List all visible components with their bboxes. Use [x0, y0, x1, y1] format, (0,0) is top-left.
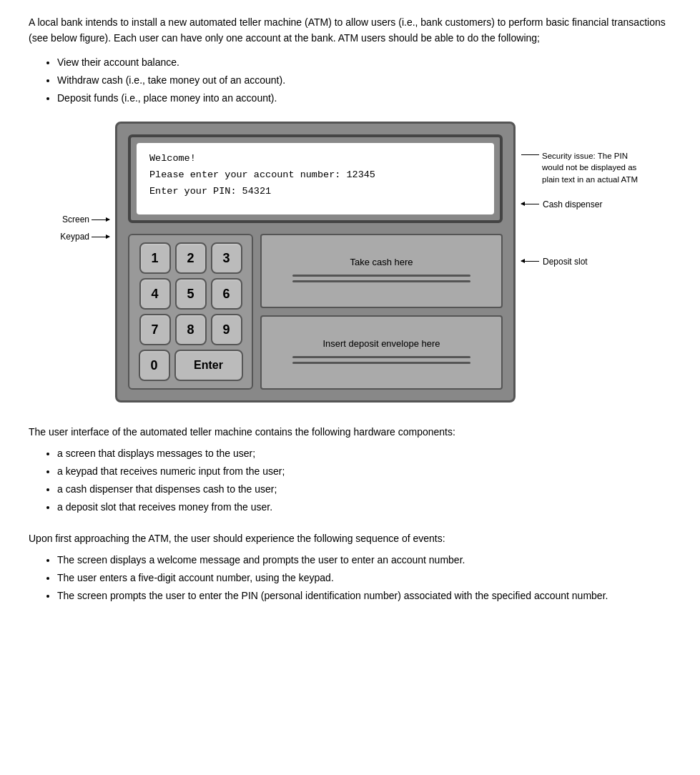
key-2[interactable]: 2 [175, 242, 207, 274]
atm-machine: Welcome! Please enter your account numbe… [115, 122, 516, 403]
screen-label-text: Screen [62, 214, 89, 224]
cash-dispenser-label-text: Cash dispenser [543, 199, 602, 209]
bullet-view-balance: View their account balance. [57, 54, 671, 71]
cash-dispenser-arrow [521, 204, 539, 204]
diagram-right-labels: Security issue: The PIN would not be dis… [516, 122, 642, 266]
keypad-label: Keypad [60, 232, 109, 242]
hw-bullet-deposit: a deposit slot that receives money from … [57, 498, 671, 516]
seq-bullet-welcome: The screen displays a welcome message an… [57, 551, 671, 569]
seq-bullet-pin: The screen prompts the user to enter the… [57, 587, 671, 605]
deposit-slot-line-2 [292, 362, 470, 364]
atm-slots: Take cash here Insert deposit envelope h… [260, 234, 503, 390]
screen-line-account: Please enter your account number: 12345 [149, 169, 481, 180]
screen-label: Screen [62, 214, 109, 224]
key-enter[interactable]: Enter [174, 350, 243, 381]
keypad-row-1: 1 2 3 [137, 242, 245, 274]
keypad-arrow [92, 237, 109, 237]
deposit-slot-line-1 [292, 356, 470, 358]
bullet-deposit: Deposit funds (i.e., place money into an… [57, 89, 671, 107]
atm-diagram: Screen Keypad Welcome! Please enter your… [29, 122, 671, 403]
cash-dispenser: Take cash here [260, 234, 503, 308]
screen-line-pin: Enter your PIN: 54321 [149, 186, 481, 197]
sequence-intro: Upon first approaching the ATM, the user… [29, 530, 671, 546]
hw-bullet-cash: a cash dispenser that dispenses cash to … [57, 480, 671, 498]
diagram-left-labels: Screen Keypad [58, 122, 115, 242]
intro-paragraph: A local bank intends to install a new au… [29, 14, 671, 46]
key-0[interactable]: 0 [139, 350, 170, 381]
security-note: Security issue: The PIN would not be dis… [542, 150, 642, 184]
take-cash-label: Take cash here [350, 257, 413, 267]
hw-bullet-keypad: a keypad that receives numeric input fro… [57, 463, 671, 480]
screen-arrow [92, 219, 109, 220]
key-1[interactable]: 1 [139, 242, 171, 274]
key-5[interactable]: 5 [175, 278, 207, 310]
deposit-slot-label-text: Deposit slot [543, 257, 588, 267]
key-6[interactable]: 6 [211, 278, 242, 310]
keypad-row-3: 7 8 9 [137, 314, 245, 345]
deposit-slot-arrow [521, 261, 539, 262]
key-3[interactable]: 3 [211, 242, 242, 274]
cash-dispenser-label-row: Cash dispenser [521, 199, 642, 209]
key-7[interactable]: 7 [139, 314, 171, 345]
bullet-withdraw: Withdraw cash (i.e., take money out of a… [57, 71, 671, 89]
cash-slot-line-2 [292, 280, 470, 282]
deposit-slot-label-row: Deposit slot [521, 257, 642, 267]
security-note-line [521, 154, 539, 155]
sequence-bullet-list: The screen displays a welcome message an… [57, 551, 671, 606]
atm-screen-outer: Welcome! Please enter your account numbe… [128, 134, 503, 223]
security-note-container: Security issue: The PIN would not be dis… [521, 150, 642, 184]
atm-screen-inner: Welcome! Please enter your account numbe… [137, 143, 494, 214]
atm-keypad: 1 2 3 4 5 6 7 8 9 0 [128, 234, 253, 390]
key-9[interactable]: 9 [211, 314, 242, 345]
screen-line-welcome: Welcome! [149, 153, 481, 164]
seq-bullet-account: The user enters a five-digit account num… [57, 569, 671, 587]
cash-slot-line-1 [292, 275, 470, 277]
keypad-label-text: Keypad [60, 232, 89, 242]
hardware-intro: The user interface of the automated tell… [29, 424, 671, 440]
keypad-row-4: 0 Enter [137, 350, 245, 381]
insert-deposit-label: Insert deposit envelope here [322, 338, 440, 349]
key-8[interactable]: 8 [175, 314, 207, 345]
key-4[interactable]: 4 [139, 278, 171, 310]
hardware-bullet-list: a screen that displays messages to the u… [57, 445, 671, 517]
intro-bullet-list: View their account balance. Withdraw cas… [57, 54, 671, 108]
deposit-slot: Insert deposit envelope here [260, 315, 503, 390]
hw-bullet-screen: a screen that displays messages to the u… [57, 445, 671, 463]
keypad-row-2: 4 5 6 [137, 278, 245, 310]
atm-machine-body: Welcome! Please enter your account numbe… [115, 122, 516, 403]
atm-bottom-section: 1 2 3 4 5 6 7 8 9 0 [128, 234, 503, 390]
